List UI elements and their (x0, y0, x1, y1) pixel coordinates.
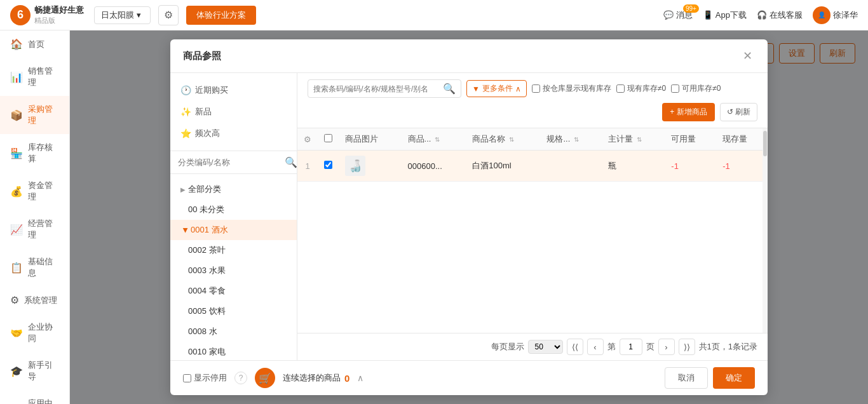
category-search-input[interactable] (178, 158, 285, 167)
tree-item-0003[interactable]: 0003 水果 (170, 260, 297, 281)
th-unit[interactable]: 主计量 ⇅ (602, 128, 665, 151)
chevron-down-icon: ▾ (137, 10, 141, 20)
last-page-button[interactable]: ⟩⟩ (679, 339, 695, 355)
confirm-button[interactable]: 确定 (713, 367, 755, 389)
first-page-button[interactable]: ⟨⟨ (567, 339, 583, 355)
available-stock-checkbox[interactable] (671, 84, 679, 93)
sort-icon: ⇅ (509, 136, 514, 143)
tree-item-00[interactable]: 00 未分类 (170, 199, 297, 220)
toolbar-right: + 新增商品 ↺ 刷新 (662, 103, 757, 121)
th-available: 可用量 (665, 128, 716, 151)
modal-close-button[interactable]: ✕ (740, 48, 755, 64)
th-product-name[interactable]: 商品名称 ⇅ (466, 128, 540, 151)
tree-item-0008[interactable]: 0008 水 (170, 321, 297, 342)
checkbox-warehouse-stock[interactable]: 按仓库显示现有库存 (532, 83, 611, 94)
footer-left: 显示停用 (183, 372, 227, 384)
table-scrollbar[interactable] (763, 128, 768, 333)
sidebar-item-apps[interactable]: 📱 应用中心 (0, 390, 69, 404)
app-download-button[interactable]: 📱 App下载 (703, 10, 747, 21)
th-checkbox (318, 128, 339, 151)
continuous-selection-info: 连续选择的商品 0 (283, 372, 349, 384)
warehouse-stock-checkbox[interactable] (532, 84, 540, 93)
messages-button[interactable]: 💬 消息 99+ (663, 10, 693, 21)
tree-item-0001[interactable]: ▶ 0001 酒水 (170, 220, 297, 240)
search-icon[interactable]: 🔍 (285, 156, 297, 168)
row-checkbox[interactable] (324, 161, 332, 169)
cancel-button[interactable]: 取消 (665, 367, 708, 389)
td-gear: 1 (297, 151, 318, 182)
modal-right-panel: 🔍 ▼ 更多条件 ∧ 按仓库显示现有库存 (297, 73, 768, 360)
product-table: ⚙ 商品图片 商品... ⇅ (297, 128, 768, 182)
footer-right: 取消 确定 (665, 367, 755, 389)
th-stock: 现存量 (716, 128, 768, 151)
modal-pagination: 每页显示 50 10 20 100 ⟨⟨ ‹ 第 页 › ⟩⟩ (297, 333, 768, 360)
tree-item-0005[interactable]: 0005 饮料 (170, 301, 297, 321)
tree-item-0002[interactable]: 0002 茶叶 (170, 240, 297, 260)
store-selector[interactable]: 日太阳膜 ▾ (94, 6, 151, 24)
table-header-row: ⚙ 商品图片 商品... ⇅ (297, 128, 768, 151)
page-number-input[interactable] (620, 339, 642, 355)
tab-new-products[interactable]: ✨ 新品 (170, 101, 297, 123)
search-icon[interactable]: 🔍 (443, 83, 456, 95)
disabled-checkbox[interactable] (183, 374, 191, 382)
sidebar-item-purchase[interactable]: 📦 采购管理 (0, 96, 69, 134)
th-product-code[interactable]: 商品... ⇅ (402, 128, 466, 151)
modal-left-tabs: 🕐 近期购买 ✨ 新品 ⭐ 频次高 (170, 73, 297, 151)
arrow-icon: ▶ (180, 186, 186, 193)
sort-icon: ⇅ (574, 136, 579, 143)
table-row[interactable]: 1 🍶 000600... (297, 151, 768, 182)
product-reference-modal: 商品参照 ✕ 🕐 近期购买 ✨ 新品 (170, 39, 768, 395)
sidebar-item-operations[interactable]: 📈 经营管理 (0, 210, 69, 248)
help-button[interactable]: ? (234, 372, 247, 384)
product-search-wrap: 🔍 (308, 79, 461, 98)
online-service-button[interactable]: 🎧 在线客服 (757, 10, 803, 21)
td-product-name: 白酒100ml (466, 151, 540, 182)
star-icon: ⭐ (180, 128, 191, 138)
filter-button[interactable]: ▼ 更多条件 ∧ (466, 80, 527, 97)
per-page-select[interactable]: 50 10 20 100 (528, 340, 563, 354)
scrollbar-thumb (763, 131, 767, 156)
sidebar-item-collab[interactable]: 🤝 企业协同 (0, 314, 69, 352)
tab-recent-purchase[interactable]: 🕐 近期购买 (170, 79, 297, 101)
sidebar-item-home[interactable]: 🏠 首页 (0, 30, 69, 58)
sidebar-item-system[interactable]: ⚙ 系统管理 (0, 286, 69, 314)
sidebar-item-sales[interactable]: 📊 销售管理 (0, 58, 69, 96)
message-badge: 99+ (683, 4, 699, 13)
filter-collapse-icon: ∧ (515, 84, 521, 93)
add-product-button[interactable]: + 新增商品 (662, 103, 714, 121)
td-product-code: 000600... (402, 151, 466, 182)
cart-icon: 🛒 (259, 372, 271, 384)
tab-frequent[interactable]: ⭐ 频次高 (170, 123, 297, 144)
checkbox-available-stock[interactable]: 可用库存≠0 (671, 83, 721, 94)
sidebar-item-guide[interactable]: 🎓 新手引导 (0, 352, 69, 390)
show-disabled-checkbox[interactable]: 显示停用 (183, 372, 227, 384)
cart-button[interactable]: 🛒 (255, 368, 275, 388)
experience-button[interactable]: 体验行业方案 (186, 6, 256, 25)
sidebar-item-finance[interactable]: 💰 资金管理 (0, 172, 69, 210)
tree-item-0004[interactable]: 0004 零食 (170, 281, 297, 301)
sidebar-item-inventory[interactable]: 🏪 库存核算 (0, 134, 69, 172)
sales-icon: 📊 (10, 71, 23, 83)
user-profile[interactable]: 👤 徐泽华 (813, 6, 858, 24)
prev-page-button[interactable]: ‹ (587, 339, 604, 355)
next-page-button[interactable]: › (658, 339, 675, 355)
sort-icon: ⇅ (637, 136, 642, 143)
sidebar-item-basic-info[interactable]: 📋 基础信息 (0, 248, 69, 286)
product-search-input[interactable] (313, 84, 440, 93)
settings-button[interactable]: ⚙ (158, 5, 179, 25)
nonzero-stock-checkbox[interactable] (616, 84, 625, 93)
operations-icon: 📈 (10, 224, 23, 236)
th-gear[interactable]: ⚙ (297, 128, 318, 151)
tree-item-0010[interactable]: 0010 家电 (170, 342, 297, 360)
refresh-button[interactable]: ↺ 刷新 (720, 103, 757, 121)
select-all-checkbox[interactable] (324, 134, 332, 142)
td-spec (540, 151, 601, 182)
modal-overlay: 商品参照 ✕ 🕐 近期购买 ✨ 新品 (70, 30, 868, 404)
checkbox-nonzero-stock[interactable]: 现有库存≠0 (616, 83, 666, 94)
th-spec[interactable]: 规格... ⇅ (540, 128, 601, 151)
logo-text: 畅捷通好生意 精品版 (34, 4, 84, 25)
purchase-icon: 📦 (10, 109, 23, 121)
tree-item-all[interactable]: ▶ 全部分类 (170, 179, 297, 199)
footer-collapse-icon[interactable]: ∧ (357, 373, 363, 383)
product-table-wrap: ⚙ 商品图片 商品... ⇅ (297, 128, 768, 333)
